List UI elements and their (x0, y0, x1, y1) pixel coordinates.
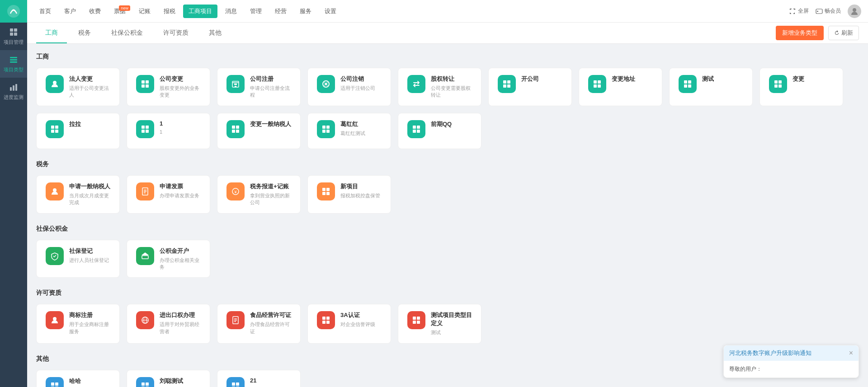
cards-grid: 申请一般纳税人当月或次月成变更完成申请发票办理申请发票业务¥税务报道+记账拿到营… (36, 175, 859, 214)
card-item[interactable]: 新项目报税加税控盘保管 (307, 175, 391, 214)
svg-rect-89 (322, 321, 326, 324)
cards-grid: 社保登记进行人员社保登记公积金开户办理公积金相关业务 (36, 240, 859, 278)
nav-message[interactable]: 消息 (220, 5, 242, 18)
card-item[interactable]: 哈哈 (36, 370, 120, 387)
card-item[interactable]: 申请发票办理申请发票业务 (127, 175, 210, 214)
tab-gongshang[interactable]: 工商 (36, 23, 67, 43)
card-info: 测试 (702, 75, 743, 85)
notification-popup: 河北税务数字账户升级影响通知 × 尊敬的用户： (723, 345, 859, 378)
card-item[interactable]: 11 (127, 113, 210, 149)
doc-icon (136, 182, 154, 200)
svg-rect-70 (322, 188, 326, 191)
svg-rect-76 (143, 256, 144, 258)
tab-other[interactable]: 其他 (200, 23, 231, 43)
nav-service[interactable]: 服务 (294, 5, 317, 18)
nav-tax[interactable]: 报税 (158, 5, 181, 18)
svg-rect-53 (232, 130, 235, 133)
card-info: 税务报道+记账拿到营业执照的新公司 (250, 182, 291, 206)
topnav-right: 全屏 畅会员 (789, 5, 861, 18)
card-info: 哈哈 (69, 377, 110, 387)
grid-icon (317, 120, 335, 138)
card-item[interactable]: 测试项目类型目定义测试 (398, 304, 481, 343)
svg-rect-46 (55, 130, 58, 133)
card-info: 公司注册申请公司注册全流程 (250, 75, 291, 99)
grid-icon (769, 75, 787, 93)
svg-rect-40 (778, 80, 782, 84)
grid-icon (136, 120, 154, 138)
card-title: 1 (160, 120, 201, 127)
svg-rect-8 (10, 87, 12, 91)
notification-title: 河北税务数字账户升级影响通知 (729, 349, 811, 357)
grid-icon (46, 377, 64, 387)
sidebar-item-project-management[interactable]: 项目管理 (0, 23, 27, 50)
refresh-button[interactable]: 刷新 (828, 26, 859, 40)
svg-rect-10 (15, 84, 17, 91)
svg-rect-99 (142, 382, 145, 386)
svg-marker-75 (142, 252, 149, 255)
card-item[interactable]: 3A认证对企业信誉评级 (307, 304, 391, 343)
nav-biz-project[interactable]: 工商项目 (183, 5, 217, 18)
card-item[interactable]: 公司注册申请公司注册全流程 (217, 68, 301, 106)
svg-rect-94 (417, 321, 420, 324)
card-item[interactable]: 开公司 (488, 68, 572, 106)
card-item[interactable]: ¥税务报道+记账拿到营业执照的新公司 (217, 175, 301, 214)
nav-bookkeeping[interactable]: 记账 (133, 5, 156, 18)
nav-fee[interactable]: 收费 (84, 5, 106, 18)
user-avatar[interactable] (848, 5, 861, 18)
svg-rect-59 (413, 126, 416, 129)
svg-rect-1 (10, 28, 13, 32)
card-item[interactable]: 葛红红葛红红测试 (307, 113, 391, 149)
tab-shuiwu[interactable]: 税务 (69, 23, 100, 43)
card-title: 股权转让 (431, 75, 472, 83)
svg-rect-3 (10, 33, 13, 36)
svg-point-63 (53, 188, 57, 192)
card-info: 社保登记进行人员社保登记 (69, 247, 110, 264)
card-item[interactable]: 申请一般纳税人当月或次月成变更完成 (36, 175, 120, 214)
nav-ticket[interactable]: 票据 new (108, 5, 131, 18)
nav-home[interactable]: 首页 (34, 5, 57, 18)
card-item[interactable]: 变更一般纳税人 (217, 113, 301, 149)
notification-close-button[interactable]: × (849, 349, 853, 357)
card-item[interactable]: 法人变更适用于公司变更法人 (36, 68, 120, 106)
tabs-actions: 新增业务类型 刷新 (776, 26, 859, 40)
svg-rect-96 (55, 382, 58, 386)
tab-xuke[interactable]: 许可资质 (154, 23, 198, 43)
svg-rect-58 (326, 130, 330, 133)
sidebar-item-progress[interactable]: 进度监测 (0, 78, 27, 105)
card-item[interactable]: 公司注销适用于注销公司 (307, 68, 391, 106)
svg-rect-51 (232, 126, 235, 129)
top-navigation: 首页 客户 收费 票据 new 记账 报税 工商项目 消息 管理 经营 服务 设… (27, 0, 868, 23)
card-item[interactable]: 公司变更股权变更外的业务变更 (127, 68, 210, 106)
tab-shebao[interactable]: 社保公积金 (102, 23, 152, 43)
nav-manage[interactable]: 管理 (245, 5, 267, 18)
card-item[interactable]: 211 (217, 370, 301, 387)
add-type-button[interactable]: 新增业务类型 (776, 26, 824, 40)
card-item[interactable]: 变更 (760, 68, 843, 106)
grid-icon (136, 75, 154, 93)
card-item[interactable]: 拉拉 (36, 113, 120, 149)
nav-operation[interactable]: 经营 (269, 5, 292, 18)
card-item[interactable]: 社保登记进行人员社保登记 (36, 240, 120, 278)
card-desc: 适用于公司变更法人 (69, 85, 110, 99)
card-item[interactable]: 公积金开户办理公积金相关业务 (127, 240, 210, 278)
card-info: 刘聪测试测试 (160, 377, 201, 387)
card-item[interactable]: 刘聪测试测试 (127, 370, 210, 387)
card-title: 新项目 (340, 182, 382, 191)
card-item[interactable]: 进出口权办理适用于对外贸易经营者 (127, 304, 210, 343)
section-title: 许可资质 (36, 289, 859, 297)
card-item[interactable]: 商标注册用于企业商标注册服务 (36, 304, 120, 343)
card-item[interactable]: 变更地址 (579, 68, 662, 106)
card-info: 商标注册用于企业商标注册服务 (69, 311, 110, 335)
nav-settings[interactable]: 设置 (319, 5, 342, 18)
card-item[interactable]: 前期QQ (398, 113, 481, 149)
card-item[interactable]: 测试 (669, 68, 753, 106)
grid-icon (226, 377, 245, 387)
fullscreen-button[interactable]: 全屏 (789, 7, 809, 15)
notification-header: 河北税务数字账户升级影响通知 × (724, 345, 859, 361)
member-button[interactable]: 畅会员 (816, 7, 841, 15)
nav-customer[interactable]: 客户 (59, 5, 81, 18)
card-item[interactable]: 股权转让公司变更需要股权转让 (398, 68, 481, 106)
sidebar-item-project-type[interactable]: 项目类型 (0, 50, 27, 78)
card-item[interactable]: 食品经营许可证办理食品经营许可证 (217, 304, 301, 343)
svg-rect-103 (232, 382, 235, 386)
